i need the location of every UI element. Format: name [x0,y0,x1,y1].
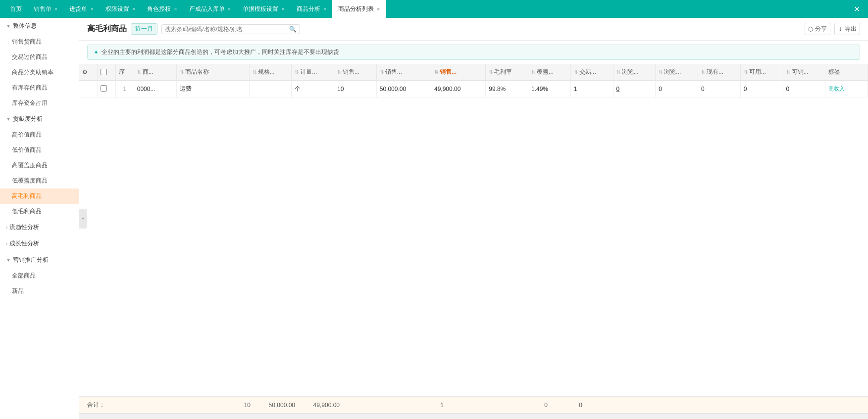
sidebar-collapse-button[interactable]: « [79,209,87,229]
share-button[interactable]: ⬡ 分享 [805,23,830,35]
th-gross-margin[interactable]: ⇅毛利率 [486,64,528,81]
th-checkbox[interactable] [98,64,116,81]
th-views1[interactable]: ⇅浏览... [613,64,656,81]
sidebar-item-high-coverage[interactable]: 高覆盖度商品 [0,158,79,173]
sidebar-item-inventory-capital[interactable]: 库存资金占用 [0,95,79,111]
td-current-stock: 0 [698,81,741,97]
sidebar-item-high-margin[interactable]: 高毛利商品 [0,188,79,204]
td-available-stock: 0 [740,81,783,97]
nav-template-settings[interactable]: 单据模板设置 × [237,0,290,18]
table-header-row: ⚙ 序 ⇅商... ⇅商品名称 [79,64,868,81]
nav-sales-order[interactable]: 销售单 × [28,0,63,18]
th-index: 序 [116,64,134,81]
search-icon[interactable]: 🔍 [289,26,297,33]
horizontal-scrollbar[interactable] [79,413,868,419]
close-icon[interactable]: × [228,6,231,12]
expand-arrow-icon: ▼ [6,23,11,29]
td-sales-profit: 49,900.00 [431,81,486,97]
th-unit[interactable]: ⇅计量... [292,64,334,81]
nav-home[interactable]: 首页 [4,0,28,18]
sidebar-item-low-margin[interactable]: 低毛利商品 [0,204,79,219]
export-button[interactable]: ⤓ 导出 [834,23,860,35]
td-sellable-stock: 0 [783,81,825,97]
td-views2: 0 [656,81,698,97]
nav-purchase-order[interactable]: 进货单 × [63,0,99,18]
close-icon[interactable]: × [54,6,57,12]
select-all-checkbox[interactable] [101,69,107,75]
info-icon: ✦ [94,49,99,56]
th-sellable-stock[interactable]: ⇅可销... [783,64,825,81]
content-area: « 高毛利商品 近一月 🔍 ⬡ 分享 ⤓ 导出 ✦ 企 [79,18,868,419]
sidebar-item-high-value[interactable]: 高价值商品 [0,127,79,142]
sidebar-item-sales-goods[interactable]: 销售货商品 [0,34,79,49]
close-icon[interactable]: × [174,6,177,12]
td-sales-count: 10 [334,81,377,97]
th-sales-amount[interactable]: ⇅销售... [376,64,431,81]
th-current-stock[interactable]: ⇅现有... [698,64,741,81]
close-icon[interactable]: × [323,6,326,12]
sidebar-item-in-stock-goods[interactable]: 有库存的商品 [0,80,79,95]
expand-arrow-icon: › [6,225,7,230]
filter-period-button[interactable]: 近一月 [131,23,157,35]
footer-transactions: 1 [412,402,447,409]
th-available-stock[interactable]: ⇅可用... [740,64,783,81]
page-title: 高毛利商品 [87,24,127,34]
export-icon: ⤓ [838,26,843,33]
close-icon[interactable]: × [90,6,93,12]
table-row: 1 0000... 运费 个 10 50,000.00 49,900.00 99… [79,81,868,97]
th-views2[interactable]: ⇅浏览... [656,64,698,81]
td-views1[interactable]: 0 [613,81,656,97]
footer-current-stock: 0 [516,402,551,409]
th-tag[interactable]: 标签 [825,64,868,81]
sidebar: ▼ 整体信息 销售货商品 交易过的商品 商品分类助销率 有库存的商品 库存资金占… [0,18,79,419]
top-nav: 首页 销售单 × 进货单 × 权限设置 × 角色授权 × 产成品入库单 × 单据… [0,0,868,18]
close-icon[interactable]: × [132,6,135,12]
sidebar-group-overall[interactable]: ▼ 整体信息 [0,18,79,34]
th-coverage[interactable]: ⇅覆盖... [528,64,571,81]
th-code[interactable]: ⇅商... [134,64,176,81]
nav-role-auth[interactable]: 角色授权 × [141,0,183,18]
info-banner: ✦ 企业的主要的利润都是这部分商品创造的，可考虑加大推广，同时关注库存是不要出现… [87,45,860,60]
footer-sales-amount: 50,000.00 [254,402,298,409]
th-spec[interactable]: ⇅规格... [249,64,292,81]
td-unit: 个 [292,81,334,97]
total-label: 合计： [87,401,105,409]
row-checkbox[interactable] [101,85,107,92]
table-container[interactable]: ⚙ 序 ⇅商... ⇅商品名称 [79,64,868,396]
sidebar-item-traded-goods[interactable]: 交易过的商品 [0,49,79,65]
th-sales-count[interactable]: ⇅销售... [334,64,377,81]
th-name[interactable]: ⇅商品名称 [176,64,249,81]
nav-product-analysis-list[interactable]: 商品分析列表 × [332,0,386,18]
window-close-button[interactable]: ✕ [850,4,864,14]
sidebar-item-category-sales-rate[interactable]: 商品分类助销率 [0,65,79,80]
td-name: 运费 [176,81,249,97]
search-input[interactable] [165,26,289,33]
sidebar-group-contribution[interactable]: ▼ 贡献度分析 [0,111,79,127]
footer-empty2 [447,402,516,409]
td-index: 1 [116,81,134,97]
nav-permission-settings[interactable]: 权限设置 × [100,0,141,18]
sidebar-item-low-value[interactable]: 低价值商品 [0,142,79,158]
footer-sales-profit: 49,900.00 [298,402,343,409]
th-settings[interactable]: ⚙ [79,64,98,81]
sidebar-item-low-coverage[interactable]: 低覆盖度商品 [0,173,79,188]
close-icon[interactable]: × [377,6,380,12]
sidebar-item-new-goods[interactable]: 新品 [0,283,79,299]
sidebar-group-trend[interactable]: › 流趋性分析 [0,219,79,235]
nav-product-analysis[interactable]: 商品分析 × [291,0,332,18]
td-code: 0000... [134,81,176,97]
sidebar-group-marketing[interactable]: ▼ 营销推广分析 [0,252,79,268]
data-table: ⚙ 序 ⇅商... ⇅商品名称 [79,64,868,97]
header-actions: ⬡ 分享 ⤓ 导出 [805,23,860,35]
footer-sales-count: 10 [135,402,254,409]
close-icon[interactable]: × [281,6,284,12]
td-settings [79,81,98,97]
th-sales-profit[interactable]: ⇅销售... [431,64,486,81]
nav-product-inbound[interactable]: 产成品入库单 × [183,0,237,18]
sidebar-item-all-goods[interactable]: 全部商品 [0,268,79,283]
td-sales-amount: 50,000.00 [376,81,431,97]
sidebar-group-growth[interactable]: › 成长性分析 [0,235,79,252]
td-checkbox[interactable] [98,81,116,97]
th-transactions[interactable]: ⇅交易... [570,64,613,81]
footer-empty1 [343,402,412,409]
